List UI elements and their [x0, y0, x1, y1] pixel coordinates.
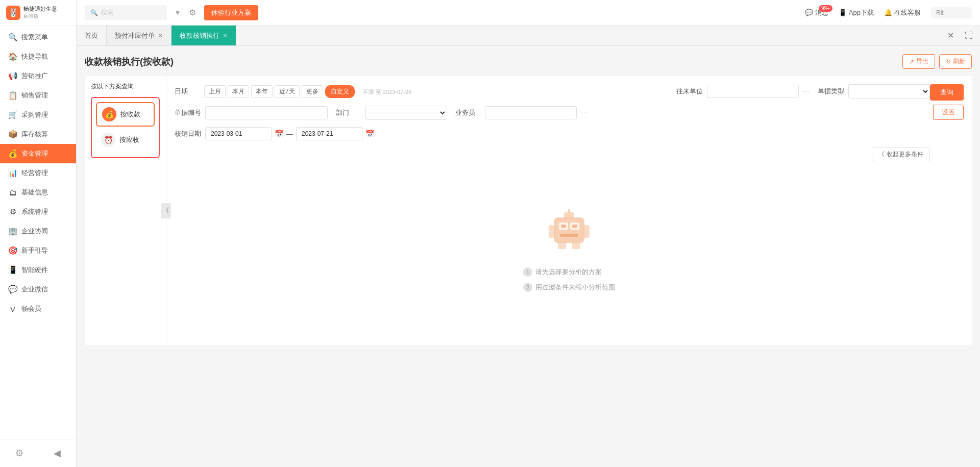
svg-rect-3: [561, 225, 566, 228]
svg-rect-4: [572, 225, 577, 228]
receipt-icon: 💰: [102, 107, 116, 121]
footer-collapse-btn[interactable]: ◀: [47, 444, 67, 463]
date-btn-more[interactable]: 更多: [302, 85, 323, 98]
export-label: 导出: [916, 57, 928, 66]
partner-input[interactable]: [707, 85, 799, 98]
right-panel: 日期 上月 本月 本年 近7天 更多 自定义: [166, 76, 972, 345]
solution-button[interactable]: 休验行业方案: [204, 5, 258, 20]
sidebar-item-wechat[interactable]: 💬 企业微信: [0, 280, 76, 299]
topbar-gear-icon[interactable]: ⚙: [189, 8, 196, 17]
tab-maximize-btn[interactable]: ⛶: [962, 29, 976, 43]
date-btn-last-month[interactable]: 上月: [204, 85, 226, 98]
tab-receipt-close[interactable]: ✕: [223, 32, 228, 39]
tab-receipt-writeoff[interactable]: 收款核销执行 ✕: [172, 26, 236, 45]
more-conditions-btn[interactable]: 《 收起更多条件: [872, 148, 930, 161]
query-option-receivable[interactable]: ⏰ 按应收: [96, 129, 155, 151]
date-separator: —: [286, 130, 293, 138]
guide-label: 新手引导: [21, 246, 48, 255]
settings-button[interactable]: 设置: [933, 105, 964, 120]
staff-more-icon[interactable]: ···: [581, 108, 587, 117]
export-button[interactable]: ↗ 导出: [902, 54, 935, 69]
basic-info-label: 基础信息: [21, 188, 48, 197]
topbar-app-btn[interactable]: 📱 App下载: [839, 8, 874, 17]
date-btn-custom[interactable]: 自定义: [325, 85, 355, 98]
sidebar-item-search[interactable]: 🔍 搜索菜单: [0, 28, 76, 47]
partner-more-icon[interactable]: ···: [803, 87, 810, 96]
sidebar-item-guide[interactable]: 🎯 新手引导: [0, 241, 76, 260]
tab-prepay-close[interactable]: ✕: [158, 32, 163, 39]
sidebar-item-system[interactable]: ⚙ 系统管理: [0, 202, 76, 222]
sidebar-item-marketing[interactable]: 📢 营销推广: [0, 66, 76, 86]
date-btn-this-year[interactable]: 本年: [251, 85, 273, 98]
sidebar-item-member[interactable]: V 畅会员: [0, 299, 76, 318]
marketing-label: 营销推广: [21, 71, 48, 81]
sidebar-item-operations[interactable]: 📊 经营管理: [0, 163, 76, 183]
tab-home[interactable]: 首页: [77, 26, 107, 45]
empty-illustration: [538, 202, 600, 253]
sidebar-item-inventory[interactable]: 📦 库存核算: [0, 125, 76, 144]
sidebar-item-sales[interactable]: 📋 销售管理: [0, 86, 76, 105]
topbar-msg-btn[interactable]: 💬 消息 99+: [805, 8, 828, 17]
sidebar-item-quick-nav[interactable]: 🏠 快捷导航: [0, 47, 76, 66]
filter-doc-type: 单据类型: [818, 84, 930, 99]
filter-dept: 部门: [336, 106, 447, 120]
enterprise-label: 企业协同: [21, 227, 48, 236]
footer-settings-btn[interactable]: ⚙: [9, 444, 30, 463]
step-1-num: 1: [523, 267, 532, 277]
member-icon: V: [8, 304, 17, 313]
finance-label: 资金管理: [21, 149, 48, 158]
doc-type-select[interactable]: [848, 84, 930, 99]
topbar-service-btn[interactable]: 🔔 在线客服: [884, 8, 921, 17]
query-button[interactable]: 查询: [930, 84, 964, 101]
topbar-user[interactable]: Rit: [931, 7, 972, 18]
marketing-icon: 📢: [8, 71, 17, 81]
refresh-button[interactable]: ↻ 刷新: [939, 54, 972, 69]
service-icon: 🔔: [884, 9, 892, 16]
operations-label: 经营管理: [21, 168, 48, 178]
doc-no-label: 单据编号: [175, 108, 201, 117]
filter-row-2: 单据编号 部门 业务员: [175, 106, 930, 120]
date-btn-7days[interactable]: 近7天: [275, 85, 300, 98]
query-option-receipt[interactable]: 💰 按收款: [96, 102, 155, 127]
staff-input[interactable]: [485, 106, 577, 119]
dept-select[interactable]: [365, 106, 447, 120]
doc-no-input[interactable]: [205, 106, 328, 119]
sidebar-item-purchase[interactable]: 🛒 采购管理: [0, 105, 76, 125]
writeoff-start-cal-icon[interactable]: 📅: [275, 130, 283, 138]
page-actions: ↗ 导出 ↻ 刷新: [902, 54, 972, 69]
filter-actions: 查询 设置: [930, 84, 964, 120]
tab-close-all-btn[interactable]: ✕: [943, 29, 958, 43]
topbar-dropdown-arrow[interactable]: ▼: [175, 9, 181, 16]
sidebar-item-basic-info[interactable]: 🗂 基础信息: [0, 183, 76, 202]
filter-date: 日期 上月 本月 本年 近7天 更多 自定义: [175, 85, 411, 98]
writeoff-end-cal-icon[interactable]: 📅: [365, 130, 374, 138]
main-area: 🔍 搜索 ▼ ⚙ 休验行业方案 💬 消息 99+ 📱 App下载 🔔 在线客服 …: [77, 0, 980, 467]
writeoff-start-input[interactable]: [205, 127, 272, 140]
sidebar-item-hardware[interactable]: 📱 智能硬件: [0, 260, 76, 280]
tabbar: 首页 预付冲应付单 ✕ 收款核销执行 ✕ ✕ ⛶: [77, 26, 980, 46]
date-hint: 不限 至 2023-07-26: [363, 88, 411, 96]
tab-prepay[interactable]: 预付冲应付单 ✕: [107, 26, 172, 45]
sidebar-item-finance[interactable]: 💰 资金管理: [0, 144, 76, 163]
sidebar-nav: 🔍 搜索菜单 🏠 快捷导航 📢 营销推广 📋 销售管理 🛒 采购管理 📦 库存核…: [0, 26, 76, 439]
date-buttons: 上月 本月 本年 近7天 更多 自定义: [204, 85, 355, 98]
sidebar-item-enterprise[interactable]: 🏢 企业协同: [0, 222, 76, 241]
left-panel: 按以下方案查询 💰 按收款 ⏰ 按应收 《: [85, 76, 166, 345]
topbar-search[interactable]: 🔍 搜索: [85, 6, 166, 19]
filter-staff: 业务员 ···: [455, 106, 587, 119]
empty-hint-1: 请先选择要分析的方案: [535, 265, 602, 279]
enterprise-icon: 🏢: [8, 227, 17, 236]
system-label: 系统管理: [21, 207, 48, 216]
filter-writeoff-date: 核销日期 📅 — 📅: [175, 127, 374, 140]
purchase-icon: 🛒: [8, 110, 17, 119]
hardware-label: 智能硬件: [21, 265, 48, 275]
writeoff-end-input[interactable]: [296, 127, 362, 140]
date-btn-this-month[interactable]: 本月: [228, 85, 249, 98]
msg-badge: 99+: [819, 5, 832, 12]
member-label: 畅会员: [21, 304, 41, 313]
refresh-label: 刷新: [953, 57, 965, 66]
empty-state: 1 请先选择要分析的方案 2 用过滤条件来缩小分析范围: [175, 161, 964, 337]
svg-rect-7: [568, 209, 570, 213]
panel-toggle-btn[interactable]: 《: [161, 203, 171, 218]
filter-partner: 往来单位 ···: [676, 85, 810, 98]
